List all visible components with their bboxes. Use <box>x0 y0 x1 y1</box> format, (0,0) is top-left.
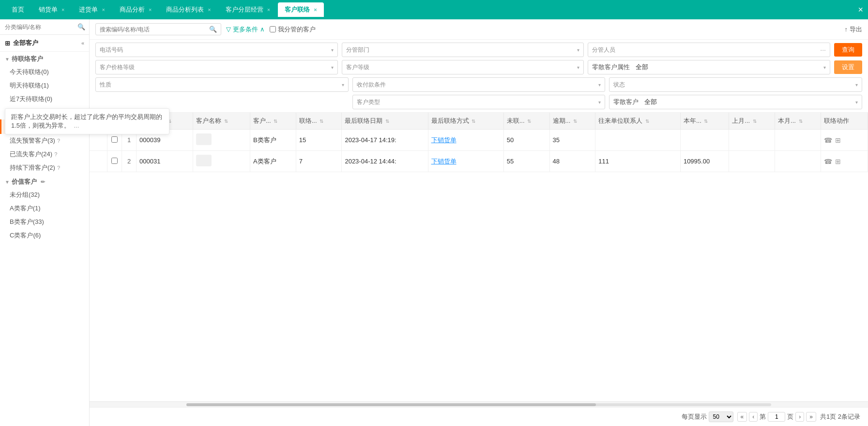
cell-lastmethod-1[interactable]: 下销货单 <box>428 130 503 151</box>
cell-checkbox-2[interactable] <box>107 151 122 172</box>
sidebar-search-input[interactable] <box>5 24 77 30</box>
sidebar-pending-group[interactable]: ▼ 待联络客户 <box>0 52 89 65</box>
filter-payment[interactable]: 收付款条件 ▾ <box>352 77 606 92</box>
filter-row-4: 客户类型 ▾ 零散客户 全部 ▾ <box>95 95 862 109</box>
action-phone-icon-2[interactable]: ☎ <box>824 158 832 165</box>
col-overdue-header[interactable]: 逾期... ⇅ <box>549 113 595 130</box>
per-page-select[interactable]: 50 20 100 <box>709 411 733 422</box>
filter-top-bar: 🔍 ▽ 更多条件 ∧ 我分管的客户 ↑ 导出 <box>90 19 868 40</box>
action-grid-icon-1[interactable]: ⊞ <box>835 136 841 144</box>
sidebar-item-c-class[interactable]: C类客户(6) <box>0 229 89 242</box>
cell-settings-2 <box>90 151 107 172</box>
sidebar-item-a-class[interactable]: A类客户(1) <box>0 202 89 215</box>
col-thisyear-header[interactable]: 本年... ⇅ <box>680 113 729 130</box>
hint-icon-2: ? <box>54 151 57 157</box>
sidebar-item-today[interactable]: 今天待联络(0) <box>0 65 89 79</box>
cell-lastmethod-2[interactable]: 下销货单 <box>428 151 503 172</box>
col-type-header[interactable]: 客户... ⇅ <box>250 113 296 130</box>
nav-product-list[interactable]: 商品分析列表 × <box>159 2 217 17</box>
nav-product-analysis-close[interactable]: × <box>149 7 152 13</box>
cell-pending-1: 50 <box>503 130 549 151</box>
nav-product-analysis[interactable]: 商品分析 × <box>113 2 158 17</box>
more-conditions-btn[interactable]: ▽ 更多条件 ∧ <box>226 25 265 34</box>
cell-name-1[interactable] <box>193 130 250 151</box>
sidebar-item-tomorrow[interactable]: 明天待联络(1) <box>0 79 89 92</box>
page-number-input[interactable] <box>768 412 785 422</box>
settings-button[interactable]: 设置 <box>834 60 862 74</box>
my-customers-checkbox[interactable] <box>270 26 276 32</box>
scrollbar-thumb[interactable] <box>186 403 596 406</box>
sidebar-item-7days[interactable]: 近7天待联络(0) <box>0 92 89 106</box>
export-btn[interactable]: ↑ 导出 <box>845 25 863 34</box>
ellipsis-icon[interactable]: ··· <box>820 46 826 54</box>
next-page-btn[interactable]: › <box>795 412 804 422</box>
sort-icon-9: ⇅ <box>645 118 649 124</box>
row-checkbox-2[interactable] <box>111 158 118 164</box>
main-search-input[interactable] <box>100 26 206 33</box>
col-lastmethod-header[interactable]: 最后联络方式 ⇅ <box>428 113 503 130</box>
filter-dept[interactable]: 分管部门 ▾ <box>342 43 584 57</box>
row-checkbox-1[interactable] <box>111 136 118 143</box>
nav-customer-contact[interactable]: 客户联络 × <box>278 2 323 17</box>
dropdown-arrow-icon-4: ▾ <box>577 65 579 70</box>
sort-icon-12: ⇅ <box>799 118 803 124</box>
first-page-btn[interactable]: « <box>737 412 747 422</box>
avatar-2 <box>196 155 212 166</box>
nav-purchase[interactable]: 进货单 × <box>72 2 111 17</box>
main-search-icon[interactable]: 🔍 <box>209 26 217 33</box>
filter-phone[interactable]: 电话号码 ▾ <box>95 43 338 57</box>
filter-scatter-customer[interactable]: 零散客户 全部 ▾ <box>609 95 862 109</box>
nav-sales-close[interactable]: × <box>61 7 64 13</box>
filter-customer-type[interactable]: 客户类型 ▾ <box>352 95 606 109</box>
col-name-header[interactable]: 客户名称 ⇅ <box>193 113 250 130</box>
nav-purchase-close[interactable]: × <box>102 7 105 13</box>
col-lastmonth-header[interactable]: 上月... ⇅ <box>729 113 775 130</box>
filter-price-level[interactable]: 客户价格等级 ▾ <box>95 60 338 74</box>
nav-sales[interactable]: 销货单 × <box>32 2 71 17</box>
sort-icon-7: ⇅ <box>527 118 531 124</box>
filter-person[interactable]: 分管人员 ··· <box>588 43 830 57</box>
window-close-icon[interactable]: × <box>858 5 863 15</box>
sidebar-item-declining[interactable]: 持续下滑客户(2) ? <box>0 161 89 175</box>
sort-icon-6: ⇅ <box>472 118 475 124</box>
last-page-btn[interactable]: » <box>806 412 816 422</box>
nav-customer-contact-close[interactable]: × <box>314 7 317 13</box>
filter-customer-level[interactable]: 客户等级 ▾ <box>342 60 584 74</box>
nav-product-list-close[interactable]: × <box>208 7 211 13</box>
page-navigation: « ‹ 第 页 › » <box>737 412 816 422</box>
sidebar-value-group[interactable]: ▼ 价值客户 ✏ <box>0 175 89 188</box>
prev-page-btn[interactable]: ‹ <box>749 412 758 422</box>
nav-home[interactable]: 首页 <box>5 2 31 17</box>
action-grid-icon-2[interactable]: ⊞ <box>835 158 841 165</box>
cell-thismonth-2 <box>775 151 821 172</box>
cell-name-2[interactable] <box>193 151 250 172</box>
horizontal-scrollbar[interactable] <box>90 401 868 407</box>
action-phone-icon-1[interactable]: ☎ <box>824 136 832 144</box>
cell-lastmonth-1 <box>729 130 775 151</box>
cell-contactperson-2: 111 <box>595 151 681 172</box>
sidebar-collapse-icon[interactable]: « <box>81 40 84 46</box>
sidebar-item-churn-warning[interactable]: 流失预警客户(3) ? <box>0 134 89 147</box>
nav-customer-segment-close[interactable]: × <box>267 7 270 13</box>
sidebar-item-ungroup[interactable]: 未分组(32) <box>0 188 89 202</box>
cell-overdue-1: 35 <box>549 130 595 151</box>
filter-row-1: 电话号码 ▾ 分管部门 ▾ 分管人员 ··· 查询 <box>95 43 862 57</box>
col-contactperson-header[interactable]: 往来单位联系人 ⇅ <box>595 113 681 130</box>
filter-nature[interactable]: 性质 ▾ <box>95 77 349 92</box>
filter-status[interactable]: 状态 ▾ <box>609 77 862 92</box>
dropdown-arrow-icon-5: ▾ <box>823 65 826 70</box>
edit-icon[interactable]: ✏ <box>41 179 45 185</box>
sidebar-item-b-class[interactable]: B类客户(33) <box>0 215 89 229</box>
filter-row-3: 性质 ▾ 收付款条件 ▾ 状态 ▾ <box>95 77 862 92</box>
col-thismonth-header[interactable]: 本月... ⇅ <box>775 113 821 130</box>
col-contact-header[interactable]: 联络... ⇅ <box>296 113 342 130</box>
sidebar-search-icon[interactable]: 🔍 <box>77 23 85 30</box>
sidebar-all-customers[interactable]: ⊞ 全部客户 « <box>0 35 89 52</box>
col-lastdate-header[interactable]: 最后联络日期 ⇅ <box>342 113 428 130</box>
query-button[interactable]: 查询 <box>834 43 862 57</box>
filter-scatter-property[interactable]: 零散客户属性 全部 ▾ <box>588 60 830 74</box>
nav-customer-segment[interactable]: 客户分层经营 × <box>219 2 277 17</box>
sidebar-item-churned[interactable]: 已流失客户(24) ? <box>0 147 89 161</box>
cell-action-1: ☎ ⊞ <box>821 130 868 151</box>
col-pending-header[interactable]: 未联... ⇅ <box>503 113 549 130</box>
